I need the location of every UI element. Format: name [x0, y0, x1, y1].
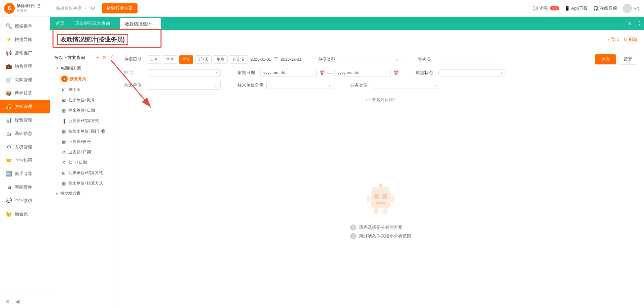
empty-robot-icon — [361, 177, 401, 218]
date-btn-custom[interactable]: 自定义 — [230, 55, 248, 64]
review-date-start-calendar-icon[interactable]: 📅 — [319, 70, 325, 75]
sidebar-item-system[interactable]: ⚙ 系统管理 — [0, 140, 50, 154]
sidebar: 6 畅捷通好生意 标准版 🔍 搜索菜单 ⚡ 快捷导航 📢 营销推广 💼 销售管理… — [0, 0, 50, 308]
sidebar-item-wechat[interactable]: 💬 企业微信 — [0, 194, 50, 207]
svg-rect-5 — [391, 196, 394, 203]
sidebar-item-business[interactable]: 📊 经营管理 — [0, 113, 50, 127]
empty-tip-1-text: 请先选择要分析的方案 — [359, 224, 402, 230]
breadcrumb-chevron-icon: ▾ — [85, 6, 87, 11]
scheme-item-unit-settlement1[interactable]: ⊞ 往来单位+结算方式 — [53, 168, 114, 178]
partner-dots-icon[interactable]: … — [213, 83, 218, 88]
scheme-item-salesperson-settlement[interactable]: ▐ 业务员+结算方式 — [53, 116, 114, 126]
sidebar-item-member[interactable]: 👑 畅会员 — [0, 207, 50, 221]
scheme-desktop-label: 电脑端方案 — [61, 65, 81, 71]
date-btn-last-7-days[interactable]: 近7天 — [195, 55, 212, 64]
filter-row-3: 往来单位 … 往来单位分类 ▾ — [124, 81, 637, 90]
doc-status-select[interactable]: ▾ — [438, 69, 505, 76]
filter-actions: 查询 设置 — [595, 54, 637, 65]
date-btn-this-year[interactable]: 本年 — [179, 55, 193, 64]
dept-select[interactable]: ▾ — [147, 69, 221, 76]
tab-bank-flow[interactable]: 现金银行流水查询 × — [70, 17, 120, 30]
tab-receipt-stats[interactable]: 收款情况统计 × — [120, 18, 161, 30]
sidebar-item-marketing[interactable]: 📢 营销推广 — [0, 46, 50, 60]
review-date-end-input[interactable] — [334, 69, 391, 77]
dept-label: 部门 — [124, 70, 144, 76]
scheme-item-unit-settlement2[interactable]: ▦ 往来单位+结算方式 — [53, 178, 114, 189]
query-button[interactable]: 查询 — [595, 54, 616, 64]
member-icon: 👑 — [5, 211, 12, 217]
collapse-more-conditions-btn[interactable]: ∧∧ 收起更多条件 — [124, 94, 637, 106]
maximize-window-icon[interactable]: ⛶ — [635, 20, 640, 27]
scheme-section-desktop: ▼ 电脑端方案 ● 按业务员 ⊞ 按明细 ▦ 往来单位+账号 — [50, 63, 117, 189]
scheme-item-dept-date[interactable]: ⏱ 部门+日期 — [53, 157, 114, 168]
logo-text-area: 畅捷通好生意 标准版 — [17, 3, 41, 13]
scheme-collapse-icon[interactable]: 《 — [108, 55, 113, 61]
scheme-item-salesperson-account[interactable]: ▦ 业务员+账号 — [53, 137, 114, 147]
refresh-button[interactable]: ↻ 刷新 — [624, 37, 637, 43]
hardware-icon: 🖥 — [5, 184, 12, 191]
online-service-btn[interactable]: 🎧 在线客服 — [593, 5, 617, 11]
salesperson-select[interactable]: … — [441, 56, 494, 63]
scheme-mobile-title[interactable]: ▶ 移动端方案 — [53, 189, 114, 198]
scheme-add-icon[interactable]: ＋ — [95, 55, 100, 61]
setting-button[interactable]: 设置 — [619, 54, 637, 65]
scheme-item-unit-account[interactable]: ▦ 往来单位+账号 — [53, 95, 114, 105]
message-btn[interactable]: 💬 消息 99+ — [533, 5, 559, 11]
trial-button[interactable]: 体验行业方案 — [102, 3, 138, 13]
sidebar-item-inventory[interactable]: 📦 库存核算 — [0, 87, 50, 100]
partner-select[interactable]: … — [147, 81, 221, 90]
export-label: 导出 — [611, 37, 620, 43]
app-download-btn[interactable]: 📱 App下载 — [565, 5, 588, 11]
user-menu[interactable]: Rit — [623, 4, 639, 13]
sidebar-item-guide[interactable]: 🆕 新手引导 — [0, 167, 50, 181]
unit-dept-icon: ▦ — [61, 129, 66, 134]
scheme-item-unit-dept-collect[interactable]: ▦ 按往来单位+部门+收... — [53, 126, 114, 137]
body-area: 按以下方案查询 ＋ ⚙ 《 ▼ 电脑端方案 ● 按业务员 — [50, 49, 644, 308]
sidebar-item-finance[interactable]: 💰 资金管理 — [0, 100, 50, 113]
scheme-item-salesperson-date[interactable]: ⚙ 业务员+日期 — [53, 147, 114, 157]
sidebar-item-quick-nav[interactable]: ⚡ 快捷导航 — [0, 33, 50, 46]
settings-bottom-icon[interactable]: ⚙ — [5, 298, 10, 305]
topbar: 畅捷通好生意 ▾ ⚙ 体验行业方案 💬 消息 99+ 📱 App下载 🎧 在线客… — [50, 0, 644, 17]
date-btn-last-month[interactable]: 上月 — [147, 55, 161, 64]
sidebar-item-sales[interactable]: 💼 销售管理 — [0, 60, 50, 73]
sidebar-item-base[interactable]: 🗂 基础信息 — [0, 127, 50, 140]
date-btn-this-month[interactable]: 本月 — [163, 55, 177, 64]
review-date-end-calendar-icon[interactable]: 📅 — [393, 70, 399, 75]
date-btn-more[interactable]: 更多 — [214, 55, 228, 64]
review-date-start-input[interactable] — [260, 69, 317, 77]
scheme-gear-icon[interactable]: ⚙ — [102, 55, 106, 60]
biz-type-select[interactable]: ▾ — [373, 82, 440, 89]
scheme-item-by-salesperson[interactable]: ● 按业务员 — [53, 73, 114, 85]
partner-category-select[interactable]: ▾ — [266, 82, 333, 89]
system-icon: ⚙ — [5, 144, 12, 150]
doc-type-select[interactable]: ▾ — [341, 56, 401, 63]
scheme-item-by-detail[interactable]: ⊞ 按明细 — [53, 85, 114, 95]
sales-icon: 💼 — [5, 63, 12, 70]
scheme-header-label: 按以下方案查询 — [54, 55, 95, 61]
tab-home-label: 首页 — [56, 20, 64, 27]
scheme-item-label-unit-dept-collect: 按往来单位+部门+收... — [68, 129, 109, 134]
sidebar-item-purchase[interactable]: 🛒 采购管理 — [0, 73, 50, 87]
dept-chevron-icon: ▾ — [216, 71, 218, 75]
scheme-desktop-title[interactable]: ▼ 电脑端方案 — [53, 63, 114, 73]
sidebar-item-enterprise[interactable]: 🤝 企业协同 — [0, 154, 50, 167]
date-picker-group: 上月 本月 本年 近7天 更多 自定义 — [147, 55, 248, 64]
export-button[interactable]: ↑ 导出 — [607, 37, 620, 43]
filter-row-1: 单据日期 上月 本月 本年 近7天 更多 自定义 2023-01-01 至 — [124, 54, 637, 65]
close-window-icon[interactable]: ✕ — [628, 20, 632, 27]
export-icon: ↑ — [607, 37, 610, 42]
scheme-section-mobile: ▶ 移动端方案 — [50, 189, 117, 198]
topbar-gear-icon[interactable]: ⚙ — [91, 5, 95, 11]
filter-biz-type-item: 业务类型 ▾ — [350, 82, 440, 89]
tab-home[interactable]: 首页 — [50, 17, 70, 30]
scheme-item-unit-date[interactable]: ▦ 往来单位+日期 — [53, 105, 114, 116]
user-name: Rit — [633, 6, 639, 11]
scheme-item-label-salesperson-settlement: 业务员+结算方式 — [68, 118, 99, 124]
sidebar-item-search[interactable]: 🔍 搜索菜单 — [0, 19, 50, 33]
tab-receipt-stats-close-icon[interactable]: × — [153, 22, 156, 27]
sidebar-item-hardware[interactable]: 🖥 智能硬件 — [0, 181, 50, 194]
app-download-icon: 📱 — [565, 6, 570, 11]
collapse-sidebar-icon[interactable]: ◀ — [15, 298, 19, 305]
tab-bank-flow-close-icon[interactable]: × — [112, 21, 114, 26]
